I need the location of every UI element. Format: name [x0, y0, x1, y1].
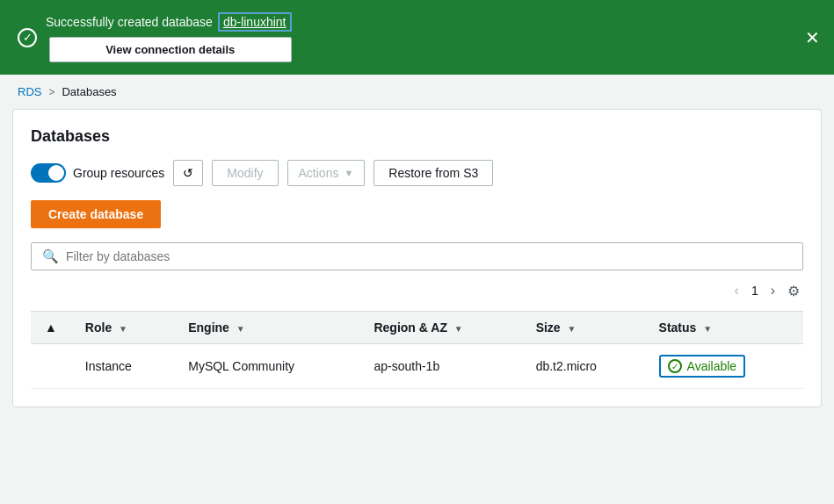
search-icon: 🔍: [42, 248, 59, 264]
create-database-button[interactable]: Create database: [31, 200, 161, 228]
actions-chevron-icon: ▼: [344, 168, 353, 178]
sort-icon-size: ▼: [568, 324, 577, 334]
row-status-0: ✓ Available: [645, 344, 803, 389]
status-badge: ✓ Available: [659, 355, 746, 378]
sort-icon-role: ▼: [119, 324, 127, 334]
breadcrumb-rds-link[interactable]: RDS: [18, 85, 41, 98]
row-role-0: Instance: [71, 344, 174, 389]
search-container: 🔍: [31, 242, 803, 270]
table-row[interactable]: Instance MySQL Community ap-south-1b db.…: [31, 344, 803, 389]
col-role[interactable]: Role ▼: [71, 312, 174, 344]
status-check-icon: ✓: [668, 359, 682, 373]
row-region-0: ap-south-1b: [359, 344, 521, 389]
table-settings-icon[interactable]: ⚙: [787, 283, 800, 299]
sort-icon-status: ▼: [703, 324, 712, 334]
col-region[interactable]: Region & AZ ▼: [359, 312, 521, 344]
group-resources-toggle-container: Group resources: [31, 163, 164, 183]
db-name-link[interactable]: db-linuxhint: [218, 12, 292, 32]
group-resources-toggle[interactable]: [31, 163, 66, 183]
col-status[interactable]: Status ▼: [645, 312, 803, 344]
sort-icon-select: ▲: [45, 320, 57, 335]
panel-title: Databases: [31, 127, 803, 146]
close-banner-button[interactable]: ✕: [805, 29, 820, 47]
actions-button[interactable]: Actions ▼: [287, 160, 366, 186]
refresh-button[interactable]: ↺: [173, 160, 203, 186]
pagination: ‹ 1 › ⚙: [31, 281, 803, 300]
sort-icon-engine: ▼: [236, 324, 245, 334]
actions-label: Actions: [299, 166, 339, 180]
success-check-icon: ✓: [18, 28, 37, 47]
search-input[interactable]: [66, 249, 792, 263]
next-page-button[interactable]: ›: [765, 281, 780, 300]
prev-page-button[interactable]: ‹: [729, 281, 744, 300]
success-message: Successfully created database: [46, 15, 213, 29]
col-size[interactable]: Size ▼: [522, 312, 645, 344]
col-engine[interactable]: Engine ▼: [174, 312, 359, 344]
breadcrumb-separator: >: [48, 86, 54, 98]
view-connection-button[interactable]: View connection details: [49, 37, 292, 62]
breadcrumb-current: Databases: [62, 85, 116, 98]
success-banner: ✓ Successfully created database db-linux…: [0, 0, 834, 75]
page-number: 1: [751, 284, 758, 298]
sort-icon-region: ▼: [454, 324, 463, 334]
row-engine-0: MySQL Community: [174, 344, 359, 389]
modify-button[interactable]: Modify: [212, 160, 278, 186]
databases-table: ▲ Role ▼ Engine ▼ Region & AZ ▼ Size ▼ S…: [31, 311, 803, 389]
group-resources-label: Group resources: [73, 166, 164, 180]
restore-from-s3-button[interactable]: Restore from S3: [373, 160, 493, 186]
row-size-0: db.t2.micro: [522, 344, 645, 389]
banner-content: Successfully created database db-linuxhi…: [46, 12, 292, 62]
toolbar: Group resources ↺ Modify Actions ▼ Resto…: [31, 160, 803, 186]
row-select-0[interactable]: [31, 344, 71, 389]
main-panel: Databases Group resources ↺ Modify Actio…: [12, 109, 822, 407]
breadcrumb: RDS > Databases: [0, 75, 834, 109]
refresh-icon: ↺: [183, 166, 193, 180]
col-select: ▲: [31, 312, 71, 344]
